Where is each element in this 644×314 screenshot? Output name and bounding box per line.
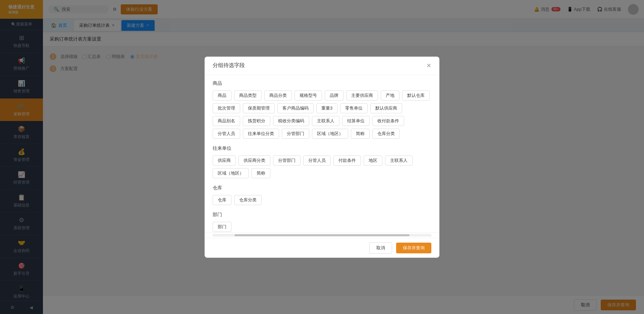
field-tag-main-contact[interactable]: 主联系人 [312, 116, 339, 126]
field-tag-pick-points[interactable]: 拣货积分 [243, 116, 270, 126]
field-tag-main-contact2[interactable]: 主联系人 [385, 155, 413, 166]
field-tag-short-name[interactable]: 简称 [351, 129, 370, 139]
field-tag-retail-unit[interactable]: 零售单位 [340, 103, 368, 113]
modal-body: 商品 商品 商品类型 商品分类 规格型号 品牌 主要供应商 产地 默认仓库 批次… [205, 75, 439, 232]
field-tag-manager[interactable]: 分管人员 [213, 129, 240, 139]
modal-cancel-btn[interactable]: 取消 [369, 242, 392, 254]
field-tag-wh[interactable]: 仓库 [213, 195, 231, 205]
field-tag-weight3[interactable]: 重量3 [316, 103, 337, 113]
field-tag-goods-type[interactable]: 商品类型 [234, 90, 262, 101]
field-tag-payment-cond[interactable]: 付款条件 [333, 155, 361, 166]
field-group-dept-title: 部门 [213, 212, 431, 218]
field-tag-supplier-cat[interactable]: 供应商分类 [238, 155, 270, 166]
modal-hscroll-thumb [234, 234, 410, 236]
field-tag-region[interactable]: 地区 [364, 155, 382, 166]
field-tag-wh-cat[interactable]: 仓库分类 [234, 195, 262, 205]
field-tag-tax-code[interactable]: 税收分类编码 [273, 116, 309, 126]
field-tag-settlement-unit[interactable]: 结算单位 [342, 116, 370, 126]
field-tag-goods-category[interactable]: 商品分类 [264, 90, 292, 101]
modal-title: 分组待选字段 [213, 62, 245, 69]
field-tag-short-name2[interactable]: 简称 [252, 168, 270, 178]
field-tag-default-warehouse[interactable]: 默认仓库 [402, 90, 430, 101]
field-tag-managed-person[interactable]: 分管人员 [303, 155, 331, 166]
field-group-warehouse-title: 仓库 [213, 185, 431, 191]
modal-confirm-btn[interactable]: 保存并查询 [396, 243, 431, 253]
field-tag-goods-alias[interactable]: 商品别名 [213, 116, 240, 126]
field-tag-area-region[interactable]: 区域（地区） [312, 129, 348, 139]
field-tags-warehouse: 仓库 仓库分类 [213, 195, 431, 205]
field-tags-goods: 商品 商品类型 商品分类 规格型号 品牌 主要供应商 产地 默认仓库 批次管理 … [213, 90, 431, 139]
field-tag-supplier[interactable]: 供应商 [213, 155, 236, 166]
field-group-goods: 商品 商品 商品类型 商品分类 规格型号 品牌 主要供应商 产地 默认仓库 批次… [213, 80, 431, 139]
field-tags-counterpart: 供应商 供应商分类 分管部门 分管人员 付款条件 地区 主联系人 区域（地区） … [213, 155, 431, 178]
field-tag-brand[interactable]: 品牌 [325, 90, 343, 101]
field-group-warehouse: 仓库 仓库 仓库分类 [213, 185, 431, 205]
field-select-modal: 分组待选字段 ✕ 商品 商品 商品类型 商品分类 规格型号 品牌 主要供应商 产… [205, 57, 439, 258]
field-group-dept: 部门 部门 [213, 212, 431, 232]
field-tag-batch-mgmt[interactable]: 批次管理 [213, 103, 240, 113]
modal-close-btn[interactable]: ✕ [426, 62, 431, 69]
modal-footer: 取消 保存并查询 [205, 238, 439, 258]
field-tag-default-supplier[interactable]: 默认供应商 [370, 103, 402, 113]
field-tag-origin-unit-cat[interactable]: 往来单位分类 [243, 129, 279, 139]
modal-header: 分组待选字段 ✕ [205, 57, 439, 75]
field-tag-managed-dept[interactable]: 分管部门 [273, 155, 301, 166]
modal-hscroll[interactable] [213, 234, 431, 237]
field-tag-warehouse-cat[interactable]: 仓库分类 [372, 129, 400, 139]
modal-hscroll-container [205, 232, 439, 238]
field-tag-goods[interactable]: 商品 [213, 90, 231, 101]
field-tag-area2[interactable]: 区域（地区） [213, 168, 249, 178]
field-tag-main-supplier[interactable]: 主要供应商 [346, 90, 378, 101]
field-tag-expiry-mgmt[interactable]: 保质期管理 [243, 103, 275, 113]
field-tag-origin[interactable]: 产地 [381, 90, 399, 101]
field-tag-dept[interactable]: 部门 [213, 222, 231, 232]
field-tag-dept-managed[interactable]: 分管部门 [282, 129, 309, 139]
field-tag-customer-code[interactable]: 客户商品编码 [277, 103, 314, 113]
field-tag-payment-terms[interactable]: 收付款条件 [372, 116, 404, 126]
field-tag-spec-type[interactable]: 规格型号 [294, 90, 322, 101]
field-group-counterpart: 往来单位 供应商 供应商分类 分管部门 分管人员 付款条件 地区 主联系人 区域… [213, 145, 431, 178]
field-group-counterpart-title: 往来单位 [213, 145, 431, 151]
field-tags-dept: 部门 [213, 222, 431, 232]
field-group-goods-title: 商品 [213, 80, 431, 86]
